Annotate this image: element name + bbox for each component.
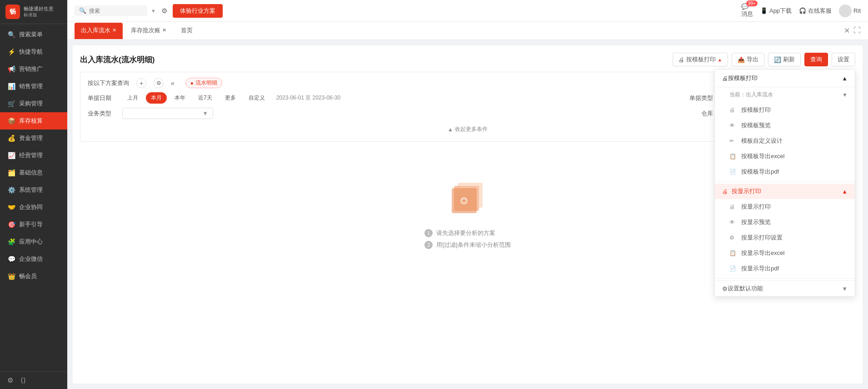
- dropdown-item-template-print[interactable]: 🖨按模板打印: [715, 102, 855, 118]
- sidebar-label-operations: 经营管理: [19, 151, 43, 160]
- display-item-display-pdf[interactable]: 📄按显示导出pdf: [715, 261, 855, 276]
- sidebar-item-vip[interactable]: 👑畅会员: [0, 268, 67, 285]
- sidebar-item-shortcut[interactable]: ⚡快捷导航: [0, 43, 67, 60]
- dropdown-item-template-preview[interactable]: 👁按模板预览: [715, 118, 855, 133]
- refresh-btn[interactable]: 🔄 刷新: [768, 53, 801, 66]
- sidebar: 畅 畅捷通好生意 标准版 🔍搜索菜单⚡快捷导航📢营销推广📊销售管理🛒采购管理📦库…: [0, 0, 67, 389]
- filter-chip-flow[interactable]: ● 流水明细: [185, 78, 222, 88]
- tab-flow[interactable]: 出入库流水✕: [75, 23, 123, 39]
- export-icon: 📤: [738, 56, 745, 63]
- export-btn[interactable]: 📤 导出: [732, 53, 764, 66]
- sidebar-item-inventory[interactable]: 📦库存核算: [0, 112, 67, 130]
- di-label-display-print: 按显示打印: [741, 203, 848, 211]
- step-2-label: 用[过滤]条件来缩小分析范围: [436, 241, 510, 249]
- date-tag-group: 上月本月本年近7天更多自定义2023-06-01 至 2023-06-30: [122, 92, 395, 104]
- date-tag-自定义[interactable]: 自定义: [244, 92, 270, 104]
- tab-label-home: 首页: [181, 26, 193, 35]
- search-icon: 🔍: [79, 7, 86, 14]
- warehouse-label: 仓库: [701, 110, 713, 118]
- user-name: Rit: [853, 7, 861, 14]
- di-icon-display-print: 🖨: [729, 204, 737, 210]
- di-label-display-preview: 按显示预览: [741, 218, 848, 226]
- display-item-display-preview[interactable]: 👁按显示预览: [715, 214, 855, 230]
- display-item-display-settings[interactable]: ⚙按显示打印设置: [715, 230, 855, 245]
- sidebar-item-purchase[interactable]: 🛒采购管理: [0, 95, 67, 112]
- sidebar-item-guide[interactable]: 🎯新手引导: [0, 216, 67, 233]
- display-item-display-print[interactable]: 🖨按显示打印: [715, 199, 855, 214]
- dropdown-header[interactable]: 🖨 按模板打印 ▲: [715, 70, 855, 87]
- sidebar-item-basic[interactable]: 🗂️基础信息: [0, 164, 67, 181]
- empty-step-1: 1 请先选择要分析的方案: [424, 229, 510, 237]
- sidebar-item-sales[interactable]: 📊销售管理: [0, 78, 67, 95]
- dropdown-item-template-pdf[interactable]: 📄按模板导出pdf: [715, 164, 855, 180]
- sidebar-nav: 🔍搜索菜单⚡快捷导航📢营销推广📊销售管理🛒采购管理📦库存核算💰资金管理📈经营管理…: [0, 24, 67, 371]
- sidebar-label-search: 搜索菜单: [19, 30, 43, 39]
- tabs-bar: 出入库流水✕库存批次账✕首页 ✕ ⛶: [67, 22, 868, 40]
- message-badge: 99+: [746, 0, 758, 6]
- tab-expand-icon[interactable]: ⛶: [853, 26, 861, 35]
- tab-home[interactable]: 首页: [175, 23, 199, 39]
- biz-type-select[interactable]: ▼: [122, 108, 213, 119]
- settings-btn[interactable]: 设置: [832, 53, 855, 66]
- sidebar-item-finance[interactable]: 💰资金管理: [0, 130, 67, 147]
- display-section-header[interactable]: 🖨 按显示打印 ▲: [715, 184, 855, 199]
- print-arrow-up: ▲: [718, 57, 722, 62]
- filter-chip-area: ● 流水明细: [185, 78, 222, 88]
- industry-btn[interactable]: 体验行业方案: [173, 4, 223, 18]
- step-num-1: 1: [424, 229, 433, 237]
- tab-batch[interactable]: 库存批次账✕: [125, 23, 173, 39]
- date-tag-本年[interactable]: 本年: [170, 92, 190, 104]
- sidebar-item-corp[interactable]: 🤝企业协同: [0, 199, 67, 216]
- search-dropdown-icon[interactable]: ▼: [151, 8, 156, 14]
- guide-icon: 🎯: [7, 221, 15, 228]
- online-service-btn[interactable]: 🎧 在线客服: [799, 7, 832, 15]
- dropdown-item-template-excel[interactable]: 📋按模板导出excel: [715, 149, 855, 164]
- date-tag-上月[interactable]: 上月: [122, 92, 143, 104]
- query-btn[interactable]: 查询: [804, 53, 828, 66]
- sidebar-item-search[interactable]: 🔍搜索菜单: [0, 26, 67, 43]
- sidebar-item-wechat[interactable]: 💬企业微信: [0, 250, 67, 268]
- filter-settings-btn[interactable]: ⚙: [154, 78, 164, 88]
- logo-text: 畅捷通好生意 标准版: [24, 5, 54, 18]
- user-avatar-btn[interactable]: Rit: [839, 5, 861, 17]
- dropdown-item-template-custom[interactable]: ✏模板自定义设计: [715, 133, 855, 149]
- sales-icon: 📊: [7, 83, 15, 90]
- tab-close-all-icon[interactable]: ✕: [844, 26, 850, 35]
- date-tag-更多[interactable]: 更多: [220, 92, 241, 104]
- template-print-btn[interactable]: 🖨 按模板打印 ▲: [673, 53, 728, 66]
- topbar-gear-icon[interactable]: ⚙: [161, 7, 167, 15]
- collapse-label: 收起更多条件: [455, 125, 488, 133]
- di-label-display-settings: 按显示打印设置: [741, 234, 848, 242]
- sidebar-label-marketing: 营销推广: [19, 65, 43, 73]
- sidebar-item-marketing[interactable]: 📢营销推广: [0, 60, 67, 78]
- dropdown-current-arrow: ▼: [842, 92, 848, 98]
- date-tag-本月[interactable]: 本月: [146, 92, 167, 104]
- app-download-btn[interactable]: 📱 App下载: [760, 7, 792, 15]
- di-icon-template-pdf: 📄: [729, 169, 737, 175]
- empty-step-2: 2 用[过滤]条件来缩小分析范围: [424, 241, 510, 249]
- date-range: 2023-06-01 至 2023-06-30: [276, 94, 340, 102]
- tab-close-batch[interactable]: ✕: [162, 27, 166, 33]
- topbar: 🔍 ▼ ⚙ 体验行业方案 💬 消息 99+ 📱 App下载 🎧 在线客服: [67, 0, 868, 22]
- dropdown-footer[interactable]: ⚙ 设置默认功能 ▼: [715, 280, 855, 296]
- filter-collapse-btn[interactable]: «: [171, 80, 175, 87]
- filter-add-btn[interactable]: +: [136, 78, 146, 88]
- search-input[interactable]: [89, 8, 135, 14]
- biz-type-arrow: ▼: [202, 110, 208, 117]
- sidebar-label-wechat: 企业微信: [19, 255, 43, 263]
- empty-steps: 1 请先选择要分析的方案 2 用[过滤]条件来缩小分析范围: [424, 229, 510, 253]
- topbar-right: 💬 消息 99+ 📱 App下载 🎧 在线客服 Rit: [741, 3, 861, 18]
- sidebar-item-apps[interactable]: 🧩应用中心: [0, 233, 67, 250]
- date-tag-近7天[interactable]: 近7天: [193, 92, 217, 104]
- collapse-icon: ▲: [448, 126, 453, 133]
- filter-label: 按以下方案查询: [88, 79, 129, 87]
- message-btn[interactable]: 💬 消息 99+: [741, 3, 753, 18]
- filter-chip-label: 流水明细: [195, 79, 217, 87]
- display-item-display-excel[interactable]: 📋按显示导出excel: [715, 245, 855, 261]
- tab-close-flow[interactable]: ✕: [112, 27, 116, 33]
- collapse-icon[interactable]: ⟨⟩: [20, 376, 26, 384]
- sidebar-item-system[interactable]: ⚙️系统管理: [0, 181, 67, 199]
- settings-icon[interactable]: ⚙: [7, 376, 13, 384]
- sidebar-item-operations[interactable]: 📈经营管理: [0, 147, 67, 164]
- page-content: 出入库流水(流水明细) 🖨 按模板打印 ▲ 📤 导出 🔄 刷新: [73, 45, 863, 384]
